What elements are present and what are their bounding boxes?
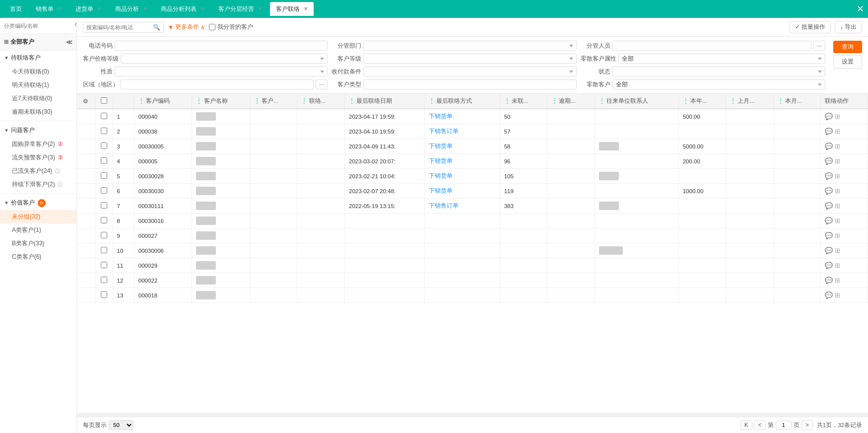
contact-action-icon[interactable]: 💬 xyxy=(825,217,833,224)
row-checkbox[interactable] xyxy=(95,258,113,273)
row-checkbox[interactable] xyxy=(95,184,113,199)
page-number-input[interactable] xyxy=(776,421,792,430)
sidebar-item-declining[interactable]: 持续下滑客户(2) ⓘ xyxy=(0,178,76,191)
more-action-icon[interactable]: ⊞ xyxy=(835,143,840,150)
export-button[interactable]: ↓ 导出 xyxy=(835,21,862,33)
row-last-contact-method[interactable]: 下销货单 xyxy=(425,109,500,124)
contact-method-link[interactable]: 下销货单 xyxy=(429,157,453,164)
row-last-contact-method[interactable]: 下销售订单 xyxy=(425,199,500,214)
row-checkbox[interactable] xyxy=(95,214,113,228)
row-select-checkbox[interactable] xyxy=(101,277,107,283)
this-month-header[interactable]: ⋮ 本月... xyxy=(773,94,821,109)
first-page-button[interactable]: K xyxy=(740,420,752,430)
filter-status-select[interactable] xyxy=(612,67,825,76)
row-checkbox[interactable] xyxy=(95,139,113,154)
tab-home[interactable]: 首页 xyxy=(4,2,28,16)
row-last-contact-method[interactable]: 下销货单 xyxy=(425,139,500,154)
contact-action-icon[interactable]: 💬 xyxy=(825,277,833,284)
row-checkbox[interactable] xyxy=(95,288,113,303)
filter-payment-select[interactable] xyxy=(363,67,576,76)
tab-customer-contact-close[interactable]: ✕ xyxy=(304,2,308,16)
more-action-icon[interactable]: ⊞ xyxy=(835,262,840,269)
tab-customer-segment-close[interactable]: ✕ xyxy=(258,2,262,16)
filter-person-ellipsis[interactable]: ··· xyxy=(813,41,825,51)
row-checkbox[interactable] xyxy=(95,109,113,124)
contact-action-icon[interactable]: 💬 xyxy=(825,128,833,135)
contact-action-icon[interactable]: 💬 xyxy=(825,202,833,210)
row-last-contact-method[interactable] xyxy=(425,228,500,243)
row-select-checkbox[interactable] xyxy=(101,113,107,119)
more-action-icon[interactable]: ⊞ xyxy=(835,128,840,135)
contact-action-icon[interactable]: 💬 xyxy=(825,291,833,299)
sidebar-group-problem[interactable]: ▼ 问题客户 xyxy=(0,123,76,138)
row-select-checkbox[interactable] xyxy=(101,232,107,238)
filter-scatter-attr-select[interactable]: 全部是否 xyxy=(618,54,825,64)
sidebar-item-unclassified[interactable]: 未分组(32) xyxy=(0,210,76,223)
filter-scatter-select[interactable]: 全部是否 xyxy=(612,79,825,89)
more-action-icon[interactable]: ⊞ xyxy=(835,277,840,284)
contact-method-link[interactable]: 下销售订单 xyxy=(429,202,459,209)
more-conditions-button[interactable]: ▼ 更多条件 ∧ xyxy=(168,23,205,31)
contact-action-icon[interactable]: 💬 xyxy=(825,143,833,150)
my-customers-toggle[interactable]: 我分管的客户 xyxy=(209,23,253,31)
batch-ops-button[interactable]: ✓ 批量操作 xyxy=(790,21,831,33)
row-select-checkbox[interactable] xyxy=(101,262,107,268)
tab-customer-segment[interactable]: 客户分层经营 ✕ xyxy=(212,2,268,16)
more-action-icon[interactable]: ⊞ xyxy=(835,172,840,180)
type-header[interactable]: ⋮ 客户... xyxy=(250,94,297,109)
contact-action-icon[interactable]: 💬 xyxy=(825,157,833,165)
tab-sales-close[interactable]: ✕ xyxy=(58,2,62,16)
contact-action-icon[interactable]: 💬 xyxy=(825,232,833,239)
contact-method-link[interactable]: 下销货单 xyxy=(429,143,453,149)
sidebar-item-group-a[interactable]: A类客户(1) xyxy=(0,223,76,237)
sidebar-item-group-c[interactable]: C类客户(6) xyxy=(0,250,76,264)
more-action-icon[interactable]: ⊞ xyxy=(835,247,840,254)
sidebar-search-input[interactable] xyxy=(4,23,72,29)
select-all-checkbox[interactable] xyxy=(101,97,107,104)
contact-header[interactable]: ⋮ 联络... xyxy=(297,94,345,109)
row-select-checkbox[interactable] xyxy=(101,157,107,164)
last-contact-method-header[interactable]: ⋮ 最后联络方式 xyxy=(425,94,500,109)
sidebar-collapse-icon[interactable]: ≪ xyxy=(66,39,72,46)
more-action-icon[interactable]: ⊞ xyxy=(835,187,840,195)
uncontacted-header[interactable]: ⋮ 未联... xyxy=(500,94,547,109)
filter-region-ellipsis[interactable]: ··· xyxy=(316,79,328,89)
tab-product-analysis[interactable]: 商品分析 ✕ xyxy=(109,2,153,16)
row-select-checkbox[interactable] xyxy=(101,291,107,298)
row-last-contact-method[interactable] xyxy=(425,273,500,288)
row-last-contact-method[interactable] xyxy=(425,288,500,303)
row-last-contact-method[interactable] xyxy=(425,258,500,273)
sidebar-search-box[interactable]: 🔍 xyxy=(0,18,76,34)
more-action-icon[interactable]: ⊞ xyxy=(835,202,840,210)
tab-sales[interactable]: 销售单 ✕ xyxy=(30,2,67,16)
row-select-checkbox[interactable] xyxy=(101,143,107,149)
code-header[interactable]: ⋮ 客户编码 xyxy=(134,94,192,109)
more-action-icon[interactable]: ⊞ xyxy=(835,291,840,299)
last-contact-date-header[interactable]: ⋮ 最后联络日期 xyxy=(345,94,425,109)
reset-button[interactable]: 设置 xyxy=(833,55,862,69)
row-last-contact-method[interactable] xyxy=(425,214,500,228)
table-settings-header[interactable]: ⚙ xyxy=(77,94,95,109)
value-refresh-badge[interactable]: ⟳ xyxy=(38,199,46,207)
query-button[interactable]: 查询 xyxy=(833,41,862,53)
filter-customer-type-input[interactable] xyxy=(363,79,576,89)
my-customers-checkbox[interactable] xyxy=(209,24,215,30)
this-year-header[interactable]: ⋮ 本年... xyxy=(678,94,726,109)
row-last-contact-method[interactable]: 下销货单 xyxy=(425,154,500,169)
tab-purchase-close[interactable]: ✕ xyxy=(97,2,101,16)
row-select-checkbox[interactable] xyxy=(101,217,107,223)
contact-action-icon[interactable]: 💬 xyxy=(825,113,833,120)
contact-action-icon[interactable]: 💬 xyxy=(825,172,833,180)
row-last-contact-method[interactable]: 下销货单 xyxy=(425,169,500,184)
more-action-icon[interactable]: ⊞ xyxy=(835,113,840,120)
search-box[interactable]: 🔍 xyxy=(83,22,164,33)
main-search-icon[interactable]: 🔍 xyxy=(153,24,160,31)
row-last-contact-method[interactable]: 下销货单 xyxy=(425,184,500,199)
sidebar-item-abnormal[interactable]: 固购异常客户(2) ② xyxy=(0,138,76,151)
tab-product-analysis-close[interactable]: ✕ xyxy=(143,2,147,16)
row-checkbox[interactable] xyxy=(95,273,113,288)
name-header[interactable]: ⋮ 客户名称 xyxy=(192,94,250,109)
more-action-icon[interactable]: ⊞ xyxy=(835,217,840,224)
contact-action-icon[interactable]: 💬 xyxy=(825,262,833,269)
table-hscroll[interactable] xyxy=(77,413,868,417)
